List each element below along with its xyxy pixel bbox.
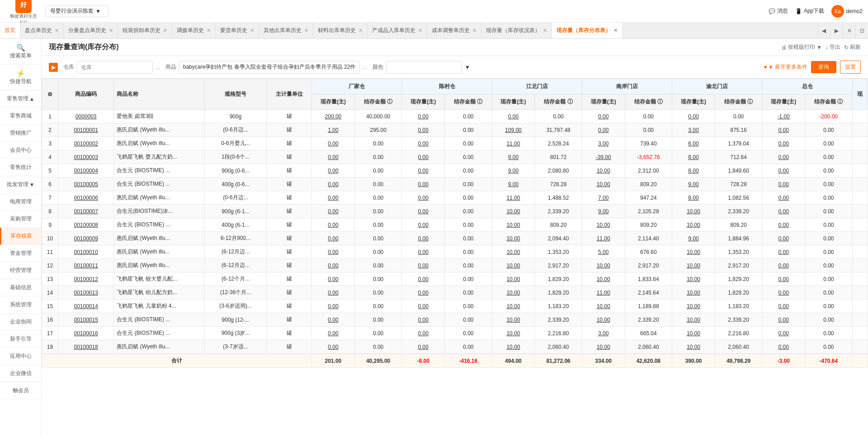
table-cell: 1,829.20 (535, 272, 582, 286)
sidebar-item-retail[interactable]: 零售管理 ▲ (0, 90, 41, 108)
sidebar-item-corpwechat[interactable]: 企业微信 (0, 365, 41, 382)
sidebar-item-basicinfo[interactable]: 基础信息 (0, 279, 41, 296)
table-cell: 947.24 (625, 191, 672, 205)
tab-next-btn[interactable]: ▶ (830, 23, 843, 39)
table-cell: 0.00 (402, 313, 445, 327)
table-cell: 0.00 (354, 313, 402, 327)
tab-label: 成本调整单历史 (432, 27, 470, 34)
sidebar-item-appcenter[interactable]: 应用中心 (0, 348, 41, 365)
tab-stocklist[interactable]: 盘点单历史 ✕ (20, 23, 64, 39)
sidebar-item-operations[interactable]: 经营管理 (0, 262, 41, 279)
tab-close-icon[interactable]: ✕ (250, 28, 254, 33)
table-cell: 10.00 (492, 272, 535, 286)
sidebar-item-inventory[interactable]: 库存核算 (0, 228, 41, 245)
tab-branchstock[interactable]: 分量盘点单历史 ✕ (64, 23, 118, 39)
tab-close-icon[interactable]: ✕ (543, 28, 547, 33)
sidebar-item-ecommerce[interactable]: 电商管理 (0, 193, 41, 211)
refresh-btn[interactable]: ↻ 刷新 (844, 43, 861, 51)
sidebar-item-newguide[interactable]: 新手引导 (0, 331, 41, 348)
industry-selector[interactable]: 母婴行业演示陈套 ▼ (45, 5, 108, 17)
table-cell: 2,528.24 (535, 137, 582, 150)
sidebar-item-marketing[interactable]: 营销推广 (0, 125, 41, 142)
sidebar-label: 新手引导 (2, 335, 39, 343)
sidebar-item-enterprise[interactable]: 企业协同 (0, 314, 41, 331)
color-input[interactable] (386, 61, 462, 74)
table-cell: 2,917.20 (715, 259, 762, 272)
sidebar-item-purchase[interactable]: 采购管理 (0, 211, 41, 228)
tab-expand-btn[interactable]: ⊡ (855, 23, 868, 39)
table-cell: 0.00 (762, 286, 805, 300)
col-na-amount-header: 结存金额 ⓘ (625, 94, 672, 110)
tab-home-label: 首页 (5, 27, 15, 34)
warehouse-input[interactable] (77, 61, 153, 74)
tab-close-icon[interactable]: ✕ (418, 28, 422, 33)
goods-dots-icon[interactable]: ... (363, 64, 367, 70)
table-row: 1500100014飞鹤星飞帆 儿童奶粉 4...(3-6岁适用)...罐0.0… (42, 300, 868, 313)
sidebar-item-retailshop[interactable]: 零售商城 (0, 108, 41, 125)
message-btn[interactable]: 💬 消息 (769, 7, 788, 15)
col-fj-amount-header: 结存金额 ⓘ (354, 94, 402, 110)
tab-close-icon[interactable]: ✕ (109, 28, 113, 33)
tab-label: 要货单历史 (220, 27, 247, 34)
tab-home[interactable]: 首页 (0, 23, 20, 39)
table-cell: 10.00 (672, 300, 715, 313)
tab-close-icon[interactable]: ✕ (163, 28, 167, 33)
table-cell: 00100012 (58, 272, 114, 286)
tab-inventory1[interactable]: 现存量（库存状况表） ✕ (481, 23, 552, 39)
expand-more-btn[interactable]: ▼▼ 展开更多条件 (763, 63, 807, 71)
table-cell (852, 178, 868, 191)
sidebar-item-members2[interactable]: 畅会员 (0, 382, 41, 399)
tab-close-icon[interactable]: ✕ (304, 28, 308, 33)
tab-close-all-btn[interactable]: ✕ (843, 23, 855, 39)
query-btn[interactable]: 查询 (811, 61, 836, 73)
sidebar-item-search[interactable]: 🔍 搜索英单 (0, 39, 41, 65)
table-cell: 00100018 (58, 340, 114, 354)
table-cell: 罐 (267, 245, 312, 259)
tab-close-icon[interactable]: ✕ (613, 28, 618, 33)
warehouse-dots-icon[interactable]: ... (156, 64, 160, 70)
print-btn[interactable]: 🖨 按模版打印 ▼ (781, 43, 822, 51)
table-cell: (6-12月迈... (205, 259, 267, 272)
table-cell: 2,216.80 (535, 327, 582, 340)
refresh-icon: ↻ (844, 44, 849, 51)
table-cell (852, 164, 868, 178)
tab-transfer[interactable]: 调拨单历史 ✕ (172, 23, 216, 39)
sidebar-item-members[interactable]: 会员中心 (0, 142, 41, 159)
user-btn[interactable]: Ea demo2 (831, 5, 863, 18)
table-cell: 9.00 (672, 232, 715, 245)
sidebar-item-retailstats[interactable]: 零售统计 (0, 159, 41, 176)
table-cell: 罐 (267, 300, 312, 313)
export-btn[interactable]: ↓ 导出 (826, 43, 840, 51)
sidebar-item-finance[interactable]: 资金管理 (0, 245, 41, 262)
tab-prev-btn[interactable]: ◀ (817, 23, 830, 39)
table-cell: 0.00 (402, 205, 445, 218)
app-download-btn[interactable]: 📱 App下载 (795, 7, 824, 15)
table-cell: 10 (42, 232, 58, 245)
table-cell: 0.00 (582, 123, 625, 137)
col-yb-warehouse-header: 渝北门店 (672, 79, 762, 94)
tab-materout[interactable]: 材料出库单历史 ✕ (313, 23, 368, 39)
goods-input[interactable] (179, 61, 360, 74)
color-dropdown-icon[interactable]: ▼ (465, 64, 470, 70)
tab-assembly[interactable]: 组装拆卸单历史 ✕ (118, 23, 172, 39)
sidebar-item-system[interactable]: 系统管理 (0, 296, 41, 314)
tab-close-icon[interactable]: ✕ (207, 28, 211, 33)
filter-expand-btn[interactable]: ▶ (49, 63, 58, 72)
tab-costadjust[interactable]: 成本调整单历史 ✕ (427, 23, 481, 39)
settings-btn[interactable]: 设置 (840, 61, 861, 74)
table-cell: 10.00 (582, 300, 625, 313)
tab-close-icon[interactable]: ✕ (472, 28, 476, 33)
table-cell: 0.00 (354, 191, 402, 205)
tab-close-icon[interactable]: ✕ (359, 28, 363, 33)
tab-close-icon[interactable]: ✕ (55, 28, 59, 33)
table-cell: 0.00 (445, 137, 492, 150)
table-cell: -200.00 (805, 110, 853, 123)
tab-otherout[interactable]: 其他出库单历史 ✕ (259, 23, 313, 39)
tab-inventory2[interactable]: 现存量（库存分布表） ✕ (552, 23, 623, 39)
tab-prodin[interactable]: 产成品入库单历史 ✕ (368, 23, 427, 39)
sidebar-item-quicknav[interactable]: ⚡ 快捷导航 (0, 65, 41, 90)
tab-reqorder[interactable]: 要货单历史 ✕ (216, 23, 259, 39)
table-cell: 5.00 (582, 245, 625, 259)
table-cell: 0.00 (402, 150, 445, 164)
sidebar-item-wholesale[interactable]: 批发管理 ▼ (0, 176, 41, 193)
